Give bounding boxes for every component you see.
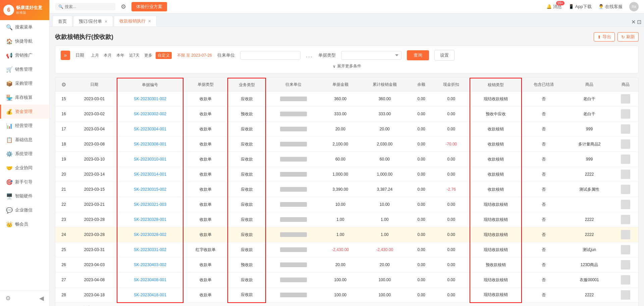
cell-write-off-amount: 60.00	[360, 152, 410, 167]
basic-icon: 📋	[6, 137, 12, 143]
cell-amount: 333.00	[321, 107, 360, 122]
cell-write-off-type: 现结收款核销	[470, 272, 522, 288]
user-avatar[interactable]: Rit	[629, 2, 639, 11]
cell-include-settled: 否	[522, 91, 566, 107]
cell-doc-no: SK-20230304-001	[117, 122, 183, 137]
doc-type-select[interactable]	[341, 51, 401, 60]
sidebar-item-corp[interactable]: 🤝 企业协同	[0, 161, 49, 175]
cell-balance: 0.00	[410, 137, 433, 152]
tabbar-actions: ✕ ⊡	[631, 19, 641, 26]
table-row: 16 2023-03-02 SK-20230302-002 收款单 预收款 33…	[55, 107, 638, 122]
doc-no-link[interactable]: SK-20230302-002	[134, 112, 166, 116]
tab-home[interactable]: 首页	[52, 16, 72, 26]
sidebar-item-purchase[interactable]: 📦 采购管理	[0, 76, 49, 90]
cell-cash-discount: 0.00	[433, 167, 470, 182]
cell-biz-type: 应收款	[228, 288, 266, 303]
cell-amount: 20.00	[321, 257, 360, 272]
tab-close-all-icon[interactable]: ✕	[631, 19, 636, 25]
tab-collection-close[interactable]: ×	[148, 18, 151, 24]
cell-goods: 2222	[566, 288, 613, 303]
tab-collection-write-off[interactable]: 收款核销执行 ×	[114, 16, 157, 26]
gear-icon[interactable]: ⚙	[121, 3, 126, 10]
doc-no-link[interactable]: SK-20230310-001	[134, 157, 166, 162]
date-7-days[interactable]: 近7天	[128, 52, 141, 59]
query-button[interactable]: 查询	[407, 50, 429, 60]
sidebar-item-guide[interactable]: 🎯 新手引导	[0, 175, 49, 189]
doc-no-link[interactable]: SK-20230321-003	[134, 202, 166, 207]
sidebar-item-finance[interactable]: 💰 资金管理	[0, 105, 49, 119]
filter-settings-button[interactable]: 设置	[434, 50, 454, 61]
date-this-year[interactable]: 本年	[115, 52, 126, 59]
doc-no-link[interactable]: SK-20230308-001	[134, 142, 166, 146]
online-service-button[interactable]: 👨‍💼 在线客服	[598, 4, 623, 10]
topbar-search-box[interactable]: 🔍	[55, 3, 115, 10]
sidebar-item-sales[interactable]: 🛒 销售管理	[0, 62, 49, 76]
cell-goods: 999	[566, 122, 613, 137]
topbar-left: 🔍 ⚙ 体验行业方案	[55, 2, 167, 11]
doc-no-link[interactable]: SK-20230314-001	[134, 172, 166, 177]
sidebar-item-member[interactable]: 👑 畅会员	[0, 217, 49, 231]
doc-no-link[interactable]: SK-20230315-002	[134, 187, 166, 192]
doc-no-link[interactable]: SK-20230304-001	[134, 127, 166, 131]
sidebar-item-inventory[interactable]: 🏪 库存核算	[0, 90, 49, 105]
purchase-icon: 📦	[6, 80, 12, 86]
cell-include-settled: 否	[522, 242, 566, 257]
doc-no-link[interactable]: SK-20230403-002	[134, 262, 166, 267]
date-custom[interactable]: 自定义	[156, 52, 172, 59]
date-last-month[interactable]: 上月	[90, 52, 100, 59]
cell-date: 2023-03-04	[72, 122, 117, 137]
cell-serial: 20	[55, 167, 72, 182]
date-more[interactable]: 更多	[143, 52, 154, 59]
cell-balance: 0.00	[410, 197, 433, 212]
sidebar-item-quick[interactable]: 🏠 快捷导航	[0, 34, 49, 48]
search-input[interactable]	[65, 4, 112, 9]
sidebar-item-basic[interactable]: 📋 基础信息	[0, 133, 49, 147]
settings-footer-btn[interactable]: ⚙	[5, 295, 11, 302]
refresh-button[interactable]: ↻ 刷新	[618, 32, 639, 42]
table-row: 22 2023-03-21 SK-20230321-003 收款单 应收款 10…	[55, 197, 638, 212]
doc-no-link[interactable]: SK-20230301-002	[134, 97, 166, 101]
app-download-button[interactable]: 📱 App下载	[569, 4, 592, 10]
messages-button[interactable]: 🔔 消息 99+	[546, 4, 562, 10]
date-this-month[interactable]: 本月	[102, 52, 113, 59]
sidebar-item-search[interactable]: 🔍 搜索菜单	[0, 20, 49, 34]
tab-maximize-icon[interactable]: ⊡	[637, 19, 641, 25]
cell-goods-thumb	[613, 182, 638, 197]
sidebar-item-wechat[interactable]: 💬 企业微信	[0, 203, 49, 217]
cell-biz-type: 预收款	[228, 107, 266, 122]
finance-icon: 💰	[6, 109, 12, 115]
cell-write-off-amount: 360.00	[360, 91, 410, 107]
sidebar-item-operations[interactable]: 📊 经营管理	[0, 119, 49, 133]
cell-write-off-type: 现结收款核销	[470, 212, 522, 227]
doc-no-link[interactable]: SK-20230331-002	[134, 247, 166, 252]
cell-write-off-amount: 10.00	[360, 197, 410, 212]
partner-dots[interactable]: ...	[306, 52, 313, 59]
doc-no-link[interactable]: SK-20230328-002	[134, 232, 166, 237]
cell-date: 2023-03-28	[72, 212, 117, 227]
sidebar-item-system[interactable]: ⚙️ 系统管理	[0, 147, 49, 161]
cell-goods-thumb	[613, 167, 638, 182]
th-settings[interactable]: ⚙	[55, 78, 72, 91]
expand-more-button[interactable]: ∨ 展开更多条件	[333, 63, 361, 69]
search-icon: 🔍	[6, 24, 12, 30]
cell-doc-no: SK-20230310-001	[117, 152, 183, 167]
filter-expand-button[interactable]: »	[61, 51, 70, 60]
doc-no-link[interactable]: SK-20230408-001	[134, 278, 166, 282]
page-title: 收款核销执行(按收款)	[55, 33, 113, 41]
tab-pre-receipt[interactable]: 预订/应付单 ×	[73, 16, 113, 26]
cell-cash-discount: 0.00	[433, 288, 470, 303]
tab-pre-receipt-close[interactable]: ×	[105, 19, 107, 24]
doc-no-link[interactable]: SK-20230328-001	[134, 217, 166, 222]
app-logo[interactable]: 6 畅康道好生意 标推版	[0, 0, 49, 20]
online-service-label: 在线客服	[605, 4, 623, 10]
sidebar-item-marketing[interactable]: 📢 营销推广	[0, 48, 49, 62]
industry-solution-button[interactable]: 体验行业方案	[131, 2, 167, 11]
refresh-icon: ↻	[621, 35, 625, 40]
doc-no-link[interactable]: SK-20230418-001	[134, 293, 166, 297]
cell-serial: 28	[55, 288, 72, 303]
partner-filter-input[interactable]	[240, 51, 301, 60]
export-button[interactable]: ⬆ 导出	[594, 32, 615, 42]
page-actions: ⬆ 导出 ↻ 刷新	[594, 32, 639, 42]
sidebar-item-hardware[interactable]: 🖥️ 智能硬件	[0, 189, 49, 203]
collapse-footer-btn[interactable]: ◀	[39, 295, 44, 302]
